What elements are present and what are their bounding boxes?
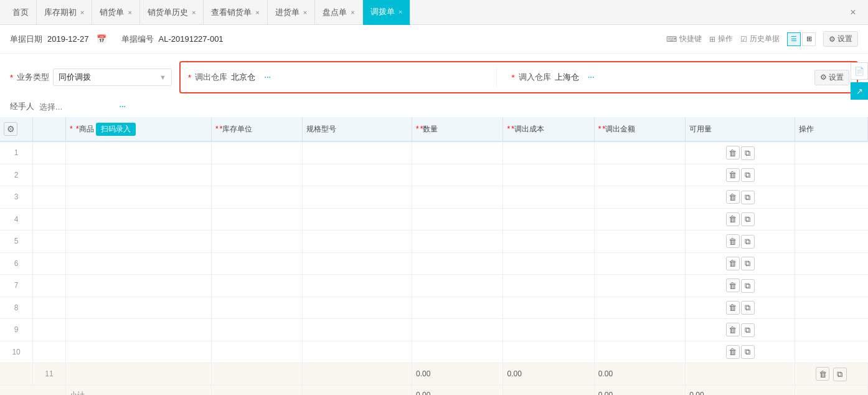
cell-amount[interactable] — [503, 186, 594, 209]
cell-amount[interactable] — [503, 341, 594, 363]
cell-amount[interactable] — [503, 141, 594, 164]
cell-spec[interactable] — [212, 164, 303, 186]
tab-close-sales-history[interactable]: × — [192, 9, 196, 16]
cell-product[interactable] — [33, 252, 66, 275]
tab-inventory-init[interactable]: 库存期初 × — [37, 0, 92, 25]
cell-spec[interactable] — [212, 297, 303, 319]
tab-close-purchase-order[interactable]: × — [303, 9, 307, 16]
cell-product[interactable] — [33, 319, 66, 341]
delete-row-icon[interactable]: 🗑 — [726, 168, 740, 182]
cell-unit[interactable] — [65, 186, 211, 209]
copy-row-icon[interactable]: ⧉ — [741, 345, 755, 359]
cell-unit[interactable] — [65, 297, 211, 319]
cell-qty[interactable] — [303, 231, 412, 253]
cell-spec[interactable] — [212, 319, 303, 341]
cell-amount[interactable] — [503, 275, 594, 297]
warehouse-settings-button[interactable]: ⚙ 设置 — [814, 70, 849, 85]
cell-amount[interactable] — [503, 319, 594, 341]
cell-qty[interactable] — [303, 252, 412, 275]
cell-qty[interactable] — [303, 208, 412, 231]
copy-row-icon[interactable]: ⧉ — [741, 168, 755, 182]
tab-sales-history[interactable]: 销货单历史 × — [140, 0, 204, 25]
business-type-select[interactable]: 同价调拨 ▼ — [53, 69, 172, 86]
cell-product[interactable] — [33, 231, 66, 253]
grid-layout-icon[interactable]: ⊞ — [802, 32, 816, 46]
out-warehouse-more-icon[interactable]: ··· — [264, 72, 270, 83]
tab-view-sales[interactable]: 查看销货单 × — [204, 0, 267, 25]
cell-cost[interactable] — [412, 252, 503, 275]
cell-product[interactable] — [33, 141, 66, 164]
cell-unit[interactable] — [65, 319, 211, 341]
operations-action[interactable]: ⊞ 操作 — [709, 34, 733, 44]
cell-cost[interactable] — [412, 164, 503, 186]
history-action[interactable]: ☑ 历史单据 — [740, 34, 780, 44]
copy-row-icon[interactable]: ⧉ — [741, 212, 755, 226]
cell-spec[interactable] — [212, 186, 303, 209]
cell-cost[interactable] — [412, 208, 503, 231]
tab-transfer[interactable]: 调拨单 × — [363, 0, 410, 25]
in-warehouse-value[interactable]: 上海仓 — [555, 72, 579, 83]
delete-row-icon[interactable]: 🗑 — [726, 257, 740, 270]
cell-qty[interactable] — [303, 297, 412, 319]
cell-cost[interactable] — [412, 231, 503, 253]
cell-product[interactable] — [33, 186, 66, 209]
cell-spec[interactable] — [212, 275, 303, 297]
cell-qty[interactable] — [303, 141, 412, 164]
date-value[interactable]: 2019-12-27 — [47, 34, 89, 44]
cell-qty[interactable] — [303, 341, 412, 363]
delete-row-icon[interactable]: 🗑 — [726, 234, 740, 248]
cell-amount[interactable] — [503, 252, 594, 275]
settings-button[interactable]: ⚙ 设置 — [823, 31, 858, 47]
tab-close-inventory-init[interactable]: × — [80, 9, 84, 16]
cell-cost[interactable] — [412, 275, 503, 297]
tab-close-sales-order[interactable]: × — [128, 9, 131, 16]
cell-product[interactable] — [33, 341, 66, 363]
right-panel-doc-button[interactable]: 📄 — [851, 62, 868, 80]
cell-cost[interactable] — [412, 341, 503, 363]
scan-entry-button[interactable]: 扫码录入 — [96, 123, 136, 136]
tab-home[interactable]: 首页 — [5, 0, 37, 25]
tab-stocktake[interactable]: 盘点单 × — [315, 0, 362, 25]
cell-unit[interactable] — [65, 231, 211, 253]
copy-row-icon[interactable]: ⧉ — [741, 301, 755, 315]
close-window-button[interactable]: × — [843, 2, 863, 22]
subtotal-delete-icon[interactable]: 🗑 — [816, 367, 829, 381]
delete-row-icon[interactable]: 🗑 — [726, 146, 740, 159]
tab-close-stocktake[interactable]: × — [351, 9, 354, 16]
cell-qty[interactable] — [303, 164, 412, 186]
copy-row-icon[interactable]: ⧉ — [741, 146, 755, 160]
copy-row-icon[interactable]: ⧉ — [741, 257, 755, 270]
cell-cost[interactable] — [412, 297, 503, 319]
tab-sales-order[interactable]: 销货单 × — [92, 0, 139, 25]
delete-row-icon[interactable]: 🗑 — [726, 345, 740, 359]
copy-row-icon[interactable]: ⧉ — [741, 279, 755, 293]
cell-qty[interactable] — [303, 186, 412, 209]
person-more-icon[interactable]: ··· — [119, 101, 125, 112]
cell-spec[interactable] — [212, 341, 303, 363]
cell-spec[interactable] — [212, 141, 303, 164]
cell-qty[interactable] — [303, 319, 412, 341]
cell-amount[interactable] — [503, 208, 594, 231]
cell-unit[interactable] — [65, 208, 211, 231]
cell-unit[interactable] — [65, 252, 211, 275]
tab-purchase-order[interactable]: 进货单 × — [268, 0, 315, 25]
cell-amount[interactable] — [503, 231, 594, 253]
delete-row-icon[interactable]: 🗑 — [726, 323, 740, 336]
cell-unit[interactable] — [65, 341, 211, 363]
cell-qty[interactable] — [303, 275, 412, 297]
cell-spec[interactable] — [212, 231, 303, 253]
person-select-input[interactable] — [39, 102, 114, 112]
cell-amount[interactable] — [503, 164, 594, 186]
delete-row-icon[interactable]: 🗑 — [726, 278, 740, 292]
cell-unit[interactable] — [65, 275, 211, 297]
copy-row-icon[interactable]: ⧉ — [741, 235, 755, 249]
gear-settings-icon[interactable]: ⚙ — [4, 122, 17, 136]
tab-close-transfer[interactable]: × — [399, 8, 402, 16]
right-panel-export-button[interactable]: ↗ — [851, 82, 868, 100]
delete-row-icon[interactable]: 🗑 — [726, 190, 740, 204]
delete-row-icon[interactable]: 🗑 — [726, 212, 740, 226]
copy-row-icon[interactable]: ⧉ — [741, 191, 755, 204]
cell-spec[interactable] — [212, 252, 303, 275]
copy-row-icon[interactable]: ⧉ — [741, 323, 755, 337]
cell-product[interactable] — [33, 164, 66, 186]
